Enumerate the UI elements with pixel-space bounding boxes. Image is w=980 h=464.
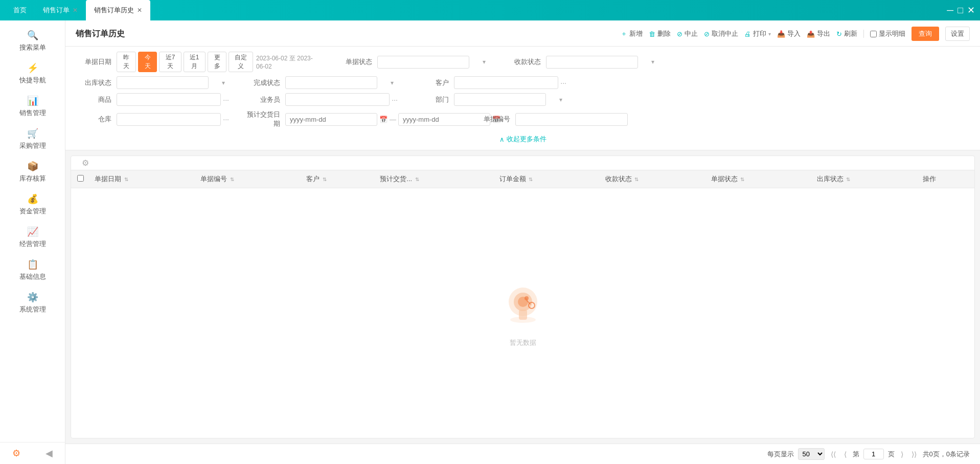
delivery-date-from[interactable] [285, 113, 377, 126]
add-button[interactable]: ＋ 新增 [621, 29, 643, 38]
maximize-icon[interactable]: □ [958, 5, 963, 16]
print-icon: 🖨 [744, 30, 751, 38]
product-input[interactable] [117, 93, 221, 106]
toolbar-divider [863, 30, 864, 38]
bill-status-wrapper: 草稿 审核中 已审核 已完成 [377, 56, 490, 69]
settings-bottom-icon[interactable]: ⚙ [12, 448, 20, 459]
th-date-sort[interactable]: ⇅ [124, 176, 128, 182]
bill-status-select[interactable]: 草稿 审核中 已审核 已完成 [377, 56, 469, 69]
cancel-stop-button[interactable]: ⊘ 取消中止 [704, 29, 738, 38]
th-delivery-label: 预计交货... [380, 175, 412, 183]
yesterday-btn[interactable]: 昨天 [117, 52, 136, 72]
table-container: ⚙ 单据日期 ⇅ 单据编号 ⇅ [71, 156, 975, 438]
th-customer-sort[interactable]: ⇅ [323, 176, 327, 182]
th-amount-sort[interactable]: ⇅ [529, 176, 533, 182]
query-label: 查询 [919, 29, 932, 38]
prev-btn[interactable]: ⟨ [842, 449, 849, 459]
print-dropdown-icon: ▾ [768, 31, 771, 37]
print-button[interactable]: 🖨 打印 ▾ [744, 29, 771, 38]
stop-button[interactable]: ⊘ 中止 [677, 29, 698, 38]
sidebar-item-operations[interactable]: 📈 经营管理 [0, 221, 65, 254]
refresh-button[interactable]: ↻ 刷新 [836, 29, 857, 38]
page-size-select[interactable]: 50 10 20 100 [798, 448, 825, 460]
sidebar-item-system-mgmt[interactable]: ⚙️ 系统管理 [0, 286, 65, 319]
sidebar-item-inventory-label: 库存核算 [19, 174, 46, 183]
display-toggle-checkbox[interactable] [870, 31, 877, 37]
sidebar-item-basic-info[interactable]: 📋 基础信息 [0, 254, 65, 286]
delete-label: 删除 [657, 29, 671, 38]
tab-sales-order-history-close[interactable]: ✕ [137, 7, 142, 14]
custom-btn[interactable]: 自定义 [229, 52, 253, 72]
th-customer: 客户 ⇅ [301, 170, 375, 188]
salesman-more-icon[interactable]: ··· [392, 96, 398, 104]
table-settings-icon[interactable]: ⚙ [76, 158, 95, 168]
sidebar-item-sales-mgmt[interactable]: 📊 销售管理 [0, 90, 65, 123]
th-no-label: 单据编号 [200, 175, 227, 183]
warehouse-input[interactable] [117, 113, 221, 126]
last7-btn[interactable]: 近7天 [159, 52, 181, 72]
delivery-date-control: 📅 — 📅 [285, 113, 459, 126]
bill-no-label: 单据编号 [474, 115, 515, 124]
export-button[interactable]: 📤 导出 [807, 29, 830, 38]
product-more-icon[interactable]: ··· [223, 96, 229, 104]
collapse-button[interactable]: ∧ 收起更多条件 [76, 132, 970, 145]
prev-prev-btn[interactable]: ⟨⟨ [829, 449, 838, 459]
customer-more-icon[interactable]: ··· [560, 79, 566, 87]
settings-button[interactable]: 设置 [945, 27, 970, 41]
operations-icon: 📈 [27, 226, 38, 237]
pagination-bar: 每页显示 50 10 20 100 ⟨⟨ ⟨ 第 页 ⟩ ⟩⟩ 共0页，0条记录 [65, 444, 980, 464]
warehouse-more-icon[interactable]: ··· [223, 115, 229, 123]
import-icon: 📥 [777, 30, 785, 38]
complete-status-select[interactable]: 未完成 已完成 [285, 76, 377, 89]
top-bar: 首页 销售订单 ✕ 销售订单历史 ✕ ─ □ ✕ [0, 0, 980, 20]
tab-sales-order-history[interactable]: 销售订单历史 ✕ [86, 0, 150, 20]
th-delivery-sort[interactable]: ⇅ [415, 176, 419, 182]
dept-select[interactable] [454, 93, 546, 106]
bill-no-input[interactable] [515, 113, 628, 126]
date-filter-control: 昨天 今天 近7天 近1月 更多 自定义 2023-06-02 至 2023-0… [117, 52, 321, 72]
filter-row-3: 商品 ··· 业务员 ··· 部门 [76, 93, 970, 106]
select-all-checkbox[interactable] [77, 175, 84, 182]
th-bill-status-sort[interactable]: ⇅ [740, 176, 744, 182]
sidebar-item-inventory[interactable]: 📦 库存核算 [0, 156, 65, 188]
th-pay-status-sort[interactable]: ⇅ [634, 176, 639, 182]
last1m-btn[interactable]: 近1月 [184, 52, 206, 72]
today-btn[interactable]: 今天 [138, 52, 157, 72]
sales-mgmt-icon: 📊 [27, 95, 38, 106]
collapse-sidebar-icon[interactable]: ◀ [45, 448, 53, 459]
tab-sales-order-close[interactable]: ✕ [73, 7, 78, 14]
bill-no-control [515, 113, 628, 126]
refresh-label: 刷新 [844, 29, 857, 38]
sidebar-item-quick-nav[interactable]: ⚡ 快捷导航 [0, 57, 65, 90]
import-button[interactable]: 📥 导入 [777, 29, 801, 38]
calendar-from-icon[interactable]: 📅 [379, 116, 388, 123]
salesman-input[interactable] [285, 93, 390, 106]
sidebar-item-search-menu[interactable]: 🔍 搜索菜单 [0, 25, 65, 57]
minimize-icon[interactable]: ─ [947, 5, 953, 16]
system-mgmt-icon: ⚙️ [27, 292, 38, 303]
th-out-status-sort[interactable]: ⇅ [846, 176, 850, 182]
th-date: 单据日期 ⇅ [89, 170, 195, 188]
th-no-sort[interactable]: ⇅ [230, 176, 234, 182]
page-number-input[interactable] [863, 449, 884, 459]
customer-input[interactable] [454, 76, 558, 89]
sidebar: 🔍 搜索菜单 ⚡ 快捷导航 📊 销售管理 🛒 采购管理 📦 库存核算 💰 资金管… [0, 20, 65, 464]
sidebar-item-finance[interactable]: 💰 资金管理 [0, 188, 65, 221]
page-header: 销售订单历史 ＋ 新增 🗑 删除 ⊘ 中止 ⊘ [65, 20, 980, 47]
collapse-label: 收起更多条件 [507, 135, 546, 144]
out-status-select[interactable]: 未出库 部分出库 已出库 [117, 76, 209, 89]
query-button[interactable]: 查询 [911, 27, 939, 41]
next-next-btn[interactable]: ⟩⟩ [909, 449, 919, 459]
close-icon[interactable]: ✕ [967, 5, 975, 16]
tab-sales-order[interactable]: 销售订单 ✕ [35, 0, 86, 20]
stop-label: 中止 [685, 29, 698, 38]
more-btn[interactable]: 更多 [208, 52, 227, 72]
next-btn[interactable]: ⟩ [899, 449, 905, 459]
pay-status-select[interactable]: 未收款 部分收款 已收款 [546, 56, 638, 69]
product-control: ··· [117, 93, 229, 106]
delete-button[interactable]: 🗑 删除 [649, 29, 671, 38]
tab-home[interactable]: 首页 [5, 0, 35, 20]
display-toggle[interactable]: 显示明细 [870, 29, 905, 38]
page-size-label: 每页显示 [767, 450, 794, 459]
sidebar-item-purchase-mgmt[interactable]: 🛒 采购管理 [0, 123, 65, 156]
